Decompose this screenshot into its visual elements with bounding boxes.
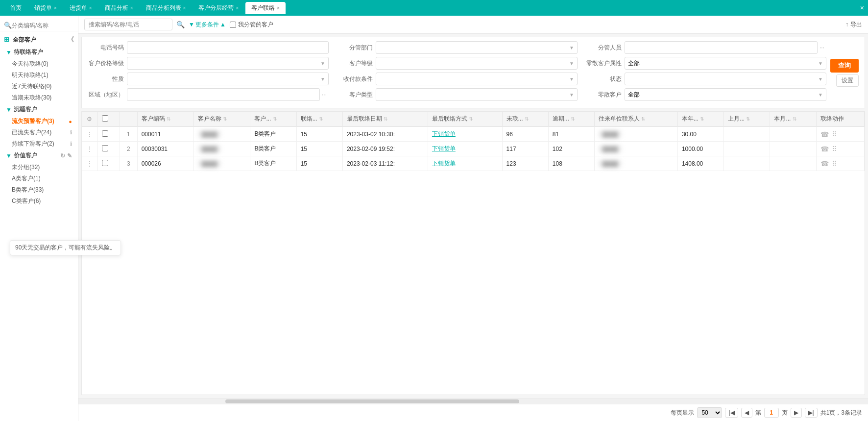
- nav-tab-customer-link[interactable]: 客户联络 ×: [245, 2, 286, 14]
- sidebar-item-class-b[interactable]: B类客户(33): [0, 184, 78, 196]
- filter-search-input[interactable]: [84, 19, 172, 30]
- filter-select-customer-level[interactable]: ▼: [376, 57, 578, 70]
- row-last-method[interactable]: 下销货单: [428, 142, 502, 156]
- sidebar-search-input[interactable]: [12, 22, 78, 29]
- close-analysis-list-icon[interactable]: ×: [183, 5, 186, 11]
- row-name-blurred: ████: [198, 131, 221, 138]
- nav-tab-sales[interactable]: 销货单 ×: [28, 2, 63, 14]
- row-name: ████: [194, 126, 250, 142]
- sidebar-item-ungrouped[interactable]: 未分组(32): [0, 162, 78, 173]
- filter-select-status[interactable]: ▼: [625, 73, 826, 85]
- filter-select-payment[interactable]: ▼: [376, 73, 578, 85]
- sidebar-group-pending[interactable]: ▼ 待联络客户: [0, 46, 78, 58]
- my-customers-checkbox[interactable]: [230, 22, 236, 28]
- close-analysis-icon[interactable]: ×: [130, 5, 133, 11]
- arrow-down-icon-3: ▼: [6, 152, 12, 159]
- close-customer-tier-icon[interactable]: ×: [236, 5, 239, 11]
- sidebar-all-customers[interactable]: ⊞ 全部客户 《: [0, 33, 78, 46]
- sidebar-item-tomorrow[interactable]: 明天待联络(1): [0, 70, 78, 81]
- export-button[interactable]: ↑ 导出: [845, 21, 862, 29]
- manager-dots-button[interactable]: ···: [818, 44, 826, 51]
- row-gear-icon[interactable]: ⋮: [82, 126, 97, 142]
- region-dots-button[interactable]: ···: [320, 91, 329, 98]
- nav-tab-home[interactable]: 首页: [4, 2, 27, 14]
- sidebar: 🔍 ⊞ 全部客户 《 ▼ 待联络客户 今天待联络(0) 明天待联络(1) 近7天…: [0, 16, 78, 421]
- sort-icon-name: ⇅: [223, 116, 227, 122]
- scroll-thumb[interactable]: [225, 399, 519, 403]
- horizontal-scrollbar[interactable]: [78, 398, 868, 404]
- sidebar-item-class-a[interactable]: A类客户(1): [0, 173, 78, 184]
- filter-select-customer-type[interactable]: ▼: [376, 88, 578, 101]
- row-gear-icon[interactable]: ⋮: [82, 156, 97, 171]
- sidebar-item-churn-actual[interactable]: 已流失客户(24) ℹ: [0, 127, 78, 138]
- filter-select-dept[interactable]: ▼: [376, 41, 578, 54]
- filter-input-manager[interactable]: [625, 41, 818, 54]
- action-contact-icon[interactable]: ☎: [820, 145, 829, 153]
- sidebar-item-week[interactable]: 近7天待联络(0): [0, 81, 78, 92]
- table-header-code[interactable]: 客户编码 ⇅: [137, 112, 193, 126]
- close-sales-icon[interactable]: ×: [54, 5, 57, 11]
- table-header-this-month[interactable]: 本月... ⇅: [770, 112, 816, 126]
- action-more-icon[interactable]: ⠿: [832, 160, 837, 168]
- sidebar-search-icon: 🔍: [4, 22, 12, 29]
- filter-search-button[interactable]: 🔍: [176, 21, 185, 28]
- settings-button[interactable]: 设置: [836, 74, 859, 87]
- pagination-last-button[interactable]: ▶|: [805, 408, 818, 418]
- sidebar-collapse-icon[interactable]: 《: [68, 35, 74, 44]
- table-header-last-date[interactable]: 最后联络日期 ⇅: [342, 112, 428, 126]
- sidebar-group-churn[interactable]: ▼ 沉睡客户: [0, 103, 78, 116]
- row-last-method[interactable]: 下销货单: [428, 156, 502, 171]
- table-header-this-year[interactable]: 本年... ⇅: [677, 112, 723, 126]
- action-contact-icon[interactable]: ☎: [820, 130, 829, 138]
- pagination-prev-button[interactable]: ◀: [741, 408, 752, 418]
- table-header-gear[interactable]: ⚙: [82, 112, 97, 126]
- per-page-select[interactable]: 50 100: [697, 407, 722, 418]
- row-checkbox[interactable]: [102, 130, 108, 137]
- sidebar-group-value[interactable]: ▼ 价值客户 ↻ ✎: [0, 149, 78, 162]
- row-gear-icon[interactable]: ⋮: [82, 142, 97, 156]
- table-header-last-month[interactable]: 上月... ⇅: [724, 112, 770, 126]
- pagination-first-button[interactable]: |◀: [725, 408, 738, 418]
- action-more-icon[interactable]: ⠿: [832, 130, 837, 138]
- my-customers-checkbox-label[interactable]: 我分管的客户: [230, 21, 273, 29]
- sidebar-item-today[interactable]: 今天待联络(0): [0, 58, 78, 70]
- table-header-uncontacted[interactable]: 未联... ⇅: [502, 112, 548, 126]
- close-customer-link-icon[interactable]: ×: [277, 5, 280, 11]
- sidebar-item-overdue[interactable]: 逾期未联络(30): [0, 92, 78, 103]
- table-header-contacts[interactable]: 往来单位联系人 ⇅: [595, 112, 678, 126]
- row-checkbox[interactable]: [102, 145, 108, 151]
- row-checkbox[interactable]: [102, 160, 108, 166]
- sidebar-item-churn-predicted[interactable]: 流失预警客户(3) ●: [0, 116, 78, 127]
- page-number-input[interactable]: [764, 408, 779, 418]
- row-type: B类客户: [250, 156, 296, 171]
- table-header-overdue[interactable]: 逾期... ⇅: [548, 112, 594, 126]
- filter-select-price-level[interactable]: ▼: [127, 57, 329, 70]
- sidebar-item-churn-decline[interactable]: 持续下滑客户(2) ℹ: [0, 138, 78, 149]
- more-conditions-button[interactable]: ▼ 更多条件 ▲: [189, 21, 226, 29]
- nav-tab-purchase[interactable]: 进货单 ×: [64, 2, 98, 14]
- close-all-tabs-button[interactable]: ×: [860, 4, 864, 12]
- filter-select-zero-attr[interactable]: 全部 ▼: [625, 57, 826, 70]
- table-header-name[interactable]: 客户名称 ⇅: [194, 112, 250, 126]
- value-edit-icon[interactable]: ✎: [67, 152, 72, 159]
- filter-select-nature[interactable]: ▼: [127, 73, 329, 85]
- nav-tab-analysis-list[interactable]: 商品分析列表 ×: [140, 2, 192, 14]
- value-refresh-icon[interactable]: ↻: [60, 152, 65, 159]
- select-all-checkbox[interactable]: [102, 115, 108, 122]
- row-last-method[interactable]: 下销货单: [428, 126, 502, 142]
- filter-select-zero-customer[interactable]: 全部 ▼: [625, 88, 826, 101]
- nav-tab-analysis[interactable]: 商品分析 ×: [99, 2, 139, 14]
- table-header-contact[interactable]: 联络... ⇅: [296, 112, 342, 126]
- pagination-next-button[interactable]: ▶: [791, 408, 802, 418]
- action-contact-icon[interactable]: ☎: [820, 160, 829, 168]
- action-more-icon[interactable]: ⠿: [832, 145, 837, 153]
- close-purchase-icon[interactable]: ×: [89, 5, 92, 11]
- table-row: ⋮ 1 000011 ████ B类客户 15 2023-03-02 10:30…: [82, 126, 865, 142]
- query-button[interactable]: 查询: [830, 59, 859, 73]
- nav-tab-customer-tier[interactable]: 客户分层经营 ×: [193, 2, 244, 14]
- filter-input-phone[interactable]: [127, 41, 329, 54]
- filter-input-region[interactable]: [127, 88, 320, 101]
- table-header-last-method[interactable]: 最后联络方式 ⇅: [428, 112, 502, 126]
- table-header-type[interactable]: 客户... ⇅: [250, 112, 296, 126]
- sidebar-item-class-c[interactable]: C类客户(6): [0, 196, 78, 207]
